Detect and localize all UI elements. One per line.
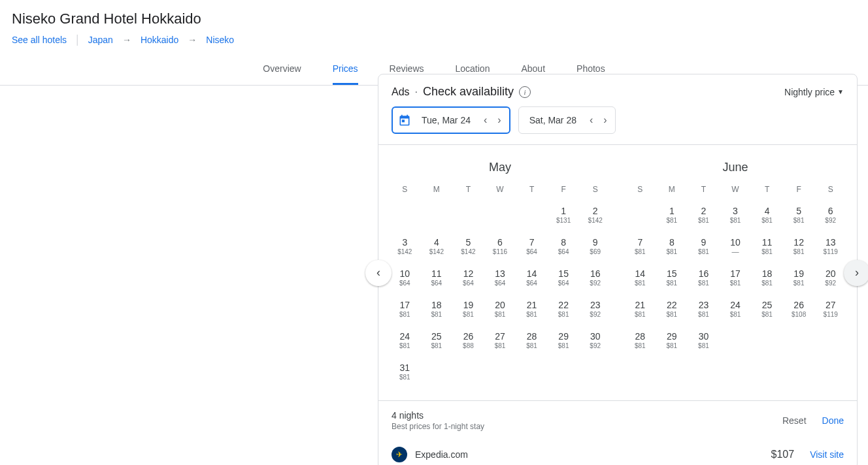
tab-prices[interactable]: Prices [333, 54, 358, 85]
breadcrumb-divider: | [76, 33, 79, 46]
breadcrumb-hokkaido[interactable]: Hokkaido [141, 35, 178, 45]
see-all-hotels-link[interactable]: See all hotels [12, 35, 67, 45]
tab-overview[interactable]: Overview [263, 54, 301, 85]
arrow-icon: → [122, 35, 131, 45]
hotel-title: Niseko Grand Hotel Hokkaido [12, 10, 856, 27]
check-availability-label: Check availability [423, 85, 514, 86]
breadcrumb-niseko[interactable]: Niseko [206, 35, 234, 45]
arrow-icon: → [188, 35, 197, 45]
breadcrumb-japan[interactable]: Japan [88, 35, 113, 45]
breadcrumb: See all hotels | Japan → Hokkaido → Nise… [12, 33, 856, 46]
availability-panel: Ads · Check availability i Nightly price… [378, 74, 858, 86]
